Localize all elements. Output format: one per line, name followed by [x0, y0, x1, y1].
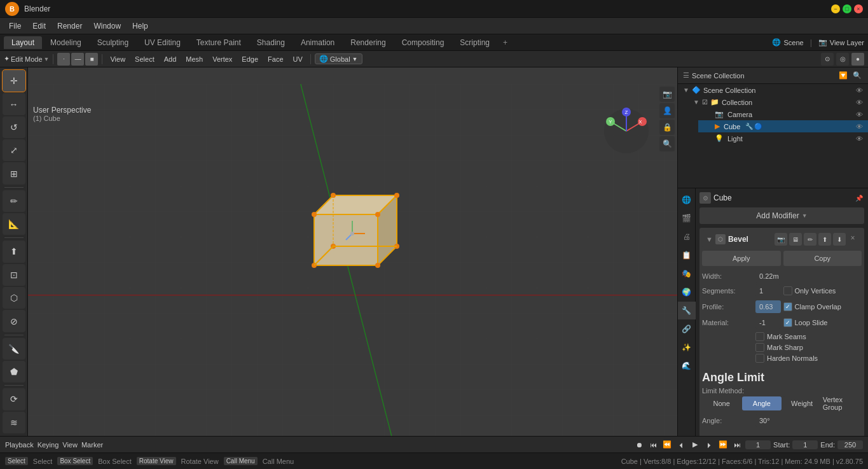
modifier-viewport-btn[interactable]: 🖥: [789, 233, 802, 246]
mode-dropdown[interactable]: ✦ Edit Mode ▼: [4, 55, 49, 63]
loop-cut-tool[interactable]: ⊘: [3, 310, 25, 332]
viewport-menu-mesh[interactable]: Mesh: [182, 54, 207, 64]
lock-view-btn[interactable]: 🔒: [659, 120, 675, 135]
edge-select-btn[interactable]: —: [71, 53, 84, 66]
tl-prev-btn[interactable]: ⏪: [661, 439, 673, 451]
prop-tab-output[interactable]: 🖨: [678, 228, 696, 246]
tl-prev-frame-btn[interactable]: ⏴: [675, 439, 687, 451]
col-eye[interactable]: 👁: [856, 99, 863, 106]
prop-pin-btn[interactable]: 📌: [854, 193, 864, 203]
outliner-cube[interactable]: ▶ Cube 🔧 🔵 👁: [698, 120, 868, 132]
poly-build-tool[interactable]: ⬟: [3, 361, 25, 382]
smooth-tool[interactable]: ≋: [3, 412, 25, 433]
tab-compositing[interactable]: Compositing: [394, 36, 452, 49]
tab-shading[interactable]: Shading: [249, 36, 293, 49]
menu-help[interactable]: Help: [127, 20, 153, 32]
prop-tab-constraints[interactable]: 🔗: [678, 320, 696, 338]
harden-normals-checkbox[interactable]: [755, 354, 764, 363]
limit-angle-btn[interactable]: Angle: [742, 396, 781, 410]
xray-btn[interactable]: ◎: [836, 53, 849, 66]
close-button[interactable]: ×: [854, 4, 863, 13]
modifier-collapse-arrow[interactable]: ▼: [706, 235, 713, 243]
light-eye[interactable]: 👁: [856, 135, 863, 143]
modifier-down-btn[interactable]: ⬇: [833, 233, 846, 246]
outliner-camera[interactable]: 📷 Camera 👁: [698, 108, 868, 120]
extrude-tool[interactable]: ⬆: [3, 241, 25, 262]
material-input[interactable]: -1: [755, 316, 781, 329]
limit-none-btn[interactable]: None: [702, 396, 741, 410]
annotate-tool[interactable]: ✏: [3, 190, 25, 212]
tl-marker[interactable]: Marker: [81, 441, 103, 449]
minimize-button[interactable]: −: [831, 4, 840, 13]
add-workspace-button[interactable]: +: [498, 36, 513, 49]
mark-sharp-checkbox[interactable]: [755, 343, 764, 352]
maximize-button[interactable]: □: [843, 4, 851, 13]
menu-file[interactable]: File: [4, 20, 26, 32]
add-modifier-button[interactable]: Add Modifier ▼: [699, 207, 864, 224]
bevel-tool[interactable]: ⬡: [3, 287, 25, 309]
tl-current-frame[interactable]: 1: [745, 440, 771, 449]
angle-input[interactable]: 30°: [755, 414, 862, 427]
viewport-menu-view[interactable]: View: [106, 54, 129, 64]
solid-shade-btn[interactable]: ●: [851, 53, 864, 66]
viewport-menu-uv[interactable]: UV: [289, 54, 307, 64]
spin-tool[interactable]: ⟳: [3, 388, 25, 410]
prop-tab-object[interactable]: 🔧: [678, 302, 696, 319]
rotate-tool[interactable]: ↺: [3, 116, 25, 138]
viewport-menu-vertex[interactable]: Vertex: [209, 54, 236, 64]
tab-scripting[interactable]: Scripting: [452, 36, 497, 49]
prop-tab-particles[interactable]: ✨: [678, 339, 696, 356]
modifier-expand-btn[interactable]: ⬆: [818, 233, 831, 246]
walkthrough-btn[interactable]: 👤: [659, 103, 675, 118]
tl-next-btn[interactable]: ⏩: [717, 439, 729, 451]
only-vertices-checkbox[interactable]: [783, 286, 792, 295]
viewport-3d[interactable]: User Perspective (1) Cube X Y: [28, 67, 677, 436]
render-region-btn[interactable]: 🔍: [659, 136, 675, 151]
transform-dropdown[interactable]: 🌐 Global ▼: [315, 53, 362, 64]
prop-tab-physics[interactable]: 🌊: [678, 357, 696, 375]
prop-tab-view-layer[interactable]: 📋: [678, 246, 696, 264]
tl-record-btn[interactable]: ⏺: [633, 439, 645, 451]
prop-tab-scene[interactable]: 🌐: [678, 191, 696, 209]
mark-seams-checkbox[interactable]: [755, 332, 764, 341]
profile-input[interactable]: 0.63: [755, 300, 781, 313]
tl-next-frame-btn[interactable]: ⏵: [703, 439, 715, 451]
prop-tab-render[interactable]: 🎬: [678, 209, 696, 227]
camera-view-btn[interactable]: 📷: [659, 87, 675, 102]
tl-start-value[interactable]: 1: [792, 440, 818, 449]
viewport-menu-edge[interactable]: Edge: [238, 54, 262, 64]
tab-layout[interactable]: Layout: [4, 36, 42, 49]
tl-play-btn[interactable]: ▶: [689, 439, 701, 451]
modifier-render-btn[interactable]: 📷: [775, 233, 787, 246]
tl-end-btn[interactable]: ⏭: [731, 439, 743, 451]
cam-eye[interactable]: 👁: [856, 111, 863, 118]
menu-window[interactable]: Window: [88, 20, 126, 32]
tab-texture-paint[interactable]: Texture Paint: [189, 36, 249, 49]
knife-tool[interactable]: 🔪: [3, 338, 25, 360]
limit-weight-btn[interactable]: Weight: [783, 396, 822, 410]
viewport-menu-select[interactable]: Select: [131, 54, 158, 64]
tl-view[interactable]: View: [62, 441, 78, 449]
cube-eye[interactable]: 👁: [856, 123, 863, 130]
copy-button[interactable]: Copy: [783, 251, 862, 266]
tab-sculpting[interactable]: Sculpting: [90, 36, 136, 49]
orientation-widget[interactable]: X Y Z: [601, 106, 652, 157]
menu-edit[interactable]: Edit: [27, 20, 51, 32]
vert-select-btn[interactable]: ·: [57, 53, 70, 66]
outliner-search-btn[interactable]: 🔍: [851, 70, 863, 81]
object-icon-btn[interactable]: ⚙: [699, 192, 711, 204]
outliner-scene-collection[interactable]: ▼ 🔷 Scene Collection 👁: [678, 84, 868, 96]
prop-tab-scene2[interactable]: 🎭: [678, 265, 696, 283]
sc-eye[interactable]: 👁: [856, 87, 863, 94]
loop-slide-checkbox[interactable]: ✓: [783, 318, 792, 327]
tl-end-value[interactable]: 250: [837, 440, 863, 449]
inset-tool[interactable]: ⊡: [3, 264, 25, 286]
move-tool[interactable]: ↔: [3, 93, 25, 115]
width-input[interactable]: 0.22m: [755, 270, 862, 283]
measure-tool[interactable]: 📐: [3, 213, 25, 235]
viewport-menu-add[interactable]: Add: [160, 54, 181, 64]
limit-vertex-group-btn[interactable]: Vertex Group: [823, 396, 862, 410]
tl-playback[interactable]: Playback: [5, 441, 34, 449]
segments-input[interactable]: 1: [755, 284, 781, 297]
prop-tab-world[interactable]: 🌍: [678, 283, 696, 301]
